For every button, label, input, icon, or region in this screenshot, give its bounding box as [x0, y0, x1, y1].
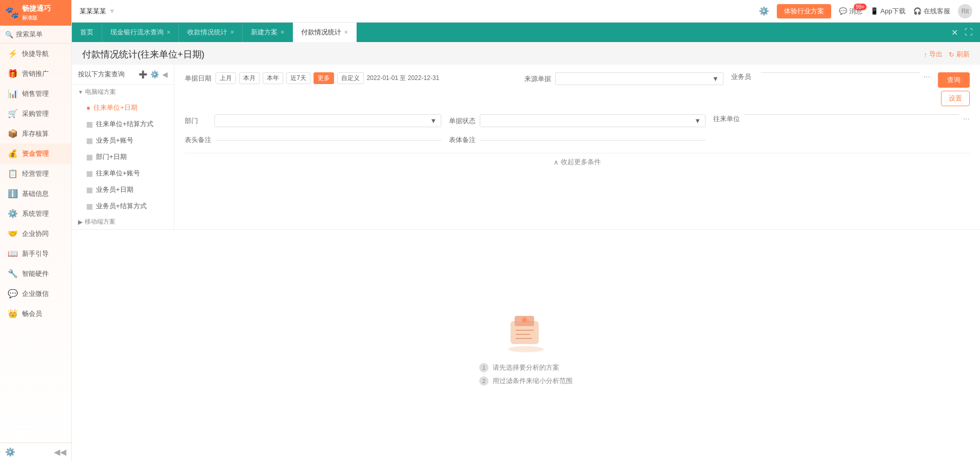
- hardware-icon: 🔧: [8, 269, 18, 278]
- sidebar-item-wechat[interactable]: 💬 企业微信: [0, 284, 71, 304]
- app-download-item[interactable]: 📱 App下载: [870, 7, 906, 16]
- avatar-text: Rit: [962, 8, 969, 15]
- sidebar-item-management[interactable]: 📋 经营管理: [0, 164, 71, 184]
- scheme-item-6[interactable]: ▦ 业务员+结算方式: [72, 198, 174, 214]
- scheme-group-mobile[interactable]: ▶ 移动端方案: [72, 214, 174, 229]
- message-item[interactable]: 💬 消息 99+: [839, 7, 863, 16]
- tab-payments[interactable]: 付款情况统计 ×: [293, 23, 357, 42]
- scheme-item-5-label: 业务员+日期: [96, 185, 133, 194]
- scheme-item-5[interactable]: ▦ 业务员+日期: [72, 182, 174, 198]
- salesman-input[interactable]: [761, 72, 919, 73]
- export-button[interactable]: ↑ 导出: [924, 50, 943, 59]
- collab-label: 企业协同: [22, 229, 49, 238]
- collapse-sidebar-icon[interactable]: ◀◀: [54, 447, 66, 457]
- gear-icon: ⚙️: [759, 6, 769, 16]
- member-icon: 👑: [8, 309, 18, 318]
- salesman-ellipsis[interactable]: ···: [924, 72, 930, 82]
- sidebar-item-collab[interactable]: 🤝 企业协同: [0, 224, 71, 244]
- dept-field: 部门 ▼: [185, 114, 441, 127]
- settings-scheme-icon[interactable]: ⚙️: [150, 70, 159, 78]
- filter-inner: 按以下方案查询 ➕ ⚙️ ◀ ▼ 电脑端方案 ● 往来单位+日期: [72, 65, 980, 229]
- online-service-item[interactable]: 🎧 在线客服: [913, 7, 950, 16]
- sidebar-item-system[interactable]: ⚙️ 系统管理: [0, 204, 71, 224]
- partner-input[interactable]: [744, 114, 959, 115]
- collapse-bar[interactable]: ∧ 收起更多条件: [185, 153, 970, 171]
- docstatus-select[interactable]: ▼: [480, 114, 705, 127]
- tab-cashflow-close[interactable]: ×: [167, 29, 170, 35]
- dept-select[interactable]: ▼: [214, 114, 441, 127]
- date-btn-lastmonth[interactable]: 上月: [215, 72, 236, 84]
- tab-payments-close[interactable]: ×: [344, 29, 348, 35]
- source-field: 来源单据 ▼: [524, 72, 723, 85]
- dept-arrow: ▼: [430, 117, 437, 125]
- tab-receipts[interactable]: 收款情况统计 ×: [179, 23, 243, 42]
- topbar-gear[interactable]: ⚙️: [759, 6, 769, 16]
- collapse-scheme-icon[interactable]: ◀: [162, 70, 168, 78]
- search-icon: 🔍: [5, 31, 13, 38]
- export-icon: ↑: [924, 51, 928, 58]
- sidebar-item-guide[interactable]: 📖 新手引导: [0, 244, 71, 264]
- sidebar-item-base[interactable]: ℹ️ 基础信息: [0, 184, 71, 204]
- page-title: 付款情况统计(往来单位+日期): [82, 48, 205, 61]
- salesman-field: 业务员 ···: [731, 72, 930, 82]
- breadcrumb: 某某某某 ▼: [80, 7, 751, 16]
- close-all-icon[interactable]: ✕: [949, 28, 960, 37]
- date-btn-custom[interactable]: 自定义: [337, 72, 364, 84]
- guide-icon: 📖: [8, 249, 18, 258]
- add-scheme-icon[interactable]: ➕: [139, 70, 147, 78]
- filter-row-3: 表头备注 表体备注: [185, 135, 970, 145]
- filter-section: 按以下方案查询 ➕ ⚙️ ◀ ▼ 电脑端方案 ● 往来单位+日期: [72, 65, 980, 230]
- partner-ellipsis[interactable]: ···: [963, 114, 970, 124]
- source-select[interactable]: ▼: [555, 72, 723, 85]
- tab-cashflow[interactable]: 现金银行流水查询 ×: [102, 23, 179, 42]
- tab-home[interactable]: 首页: [72, 23, 102, 42]
- header-note-input[interactable]: [215, 140, 441, 141]
- trial-button[interactable]: 体验行业方案: [777, 4, 831, 18]
- user-avatar[interactable]: Rit: [958, 4, 972, 18]
- settings-button[interactable]: 设置: [941, 91, 970, 106]
- tab-newscheme-close[interactable]: ×: [281, 29, 284, 35]
- search-menu[interactable]: 🔍 搜索菜单: [0, 26, 71, 44]
- app-logo: 🐾 畅捷通巧 标准版: [0, 0, 71, 26]
- body-note-input[interactable]: [480, 140, 705, 141]
- group-mobile-label: 移动端方案: [85, 217, 115, 226]
- query-button[interactable]: 查询: [938, 72, 970, 88]
- tab-receipts-close[interactable]: ×: [230, 29, 234, 35]
- header-note-label: 表头备注: [185, 135, 211, 145]
- scheme-item-0[interactable]: ● 往来单位+日期: [72, 99, 174, 116]
- tab-receipts-label: 收款情况统计: [187, 28, 227, 37]
- sidebar-item-inventory[interactable]: 📦 库存核算: [0, 124, 71, 144]
- sidebar-item-sales[interactable]: 📊 销售管理: [0, 84, 71, 104]
- scheme-item-2[interactable]: ▦ 业务员+账号: [72, 132, 174, 149]
- maximize-icon[interactable]: ⛶: [963, 28, 975, 37]
- scheme-item-1[interactable]: ▦ 往来单位+结算方式: [72, 116, 174, 132]
- sidebar-item-finance[interactable]: 💰 资金管理: [0, 144, 71, 164]
- sales-icon: 📊: [8, 89, 18, 98]
- scheme-group-pc[interactable]: ▼ 电脑端方案: [72, 85, 174, 99]
- tabs-bar: 首页 现金银行流水查询 × 收款情况统计 × 新建方案 × 付款情况统计 × ✕…: [72, 23, 980, 42]
- date-btn-7days[interactable]: 近7天: [286, 72, 310, 84]
- management-label: 经营管理: [22, 169, 49, 178]
- refresh-button[interactable]: ↻ 刷新: [949, 50, 970, 59]
- date-btn-thismonth[interactable]: 本月: [239, 72, 260, 84]
- date-btn-thisyear[interactable]: 本年: [263, 72, 283, 84]
- date-btn-more[interactable]: 更多: [313, 72, 334, 84]
- message-badge: 99+: [854, 4, 867, 10]
- page-header: 付款情况统计(往来单位+日期) ↑ 导出 ↻ 刷新: [72, 42, 980, 65]
- sidebar-item-hardware[interactable]: 🔧 智能硬件: [0, 264, 71, 284]
- sidebar-item-quicknav[interactable]: ⚡ 快捷导航: [0, 44, 71, 64]
- date-range-display: 2022-01-01 至 2022-12-31: [367, 74, 439, 83]
- collab-icon: 🤝: [8, 229, 18, 238]
- tab-newscheme[interactable]: 新建方案 ×: [243, 23, 293, 42]
- message-icon: 💬: [839, 7, 847, 15]
- finance-icon: 💰: [8, 149, 18, 158]
- scheme-item-4[interactable]: ▦ 往来单位+账号: [72, 165, 174, 182]
- download-icon: 📱: [870, 7, 878, 15]
- settings-footer-icon[interactable]: ⚙️: [5, 447, 15, 457]
- group-mobile-arrow: ▶: [78, 218, 83, 226]
- scheme-item-3[interactable]: ▦ 部门+日期: [72, 149, 174, 165]
- sidebar-item-marketing[interactable]: 🎁 营销推广: [0, 64, 71, 84]
- sidebar-item-member[interactable]: 👑 畅会员: [0, 304, 71, 324]
- sidebar-item-purchase[interactable]: 🛒 采购管理: [0, 104, 71, 124]
- hint-text-1: 请先选择要分析的方案: [493, 363, 559, 372]
